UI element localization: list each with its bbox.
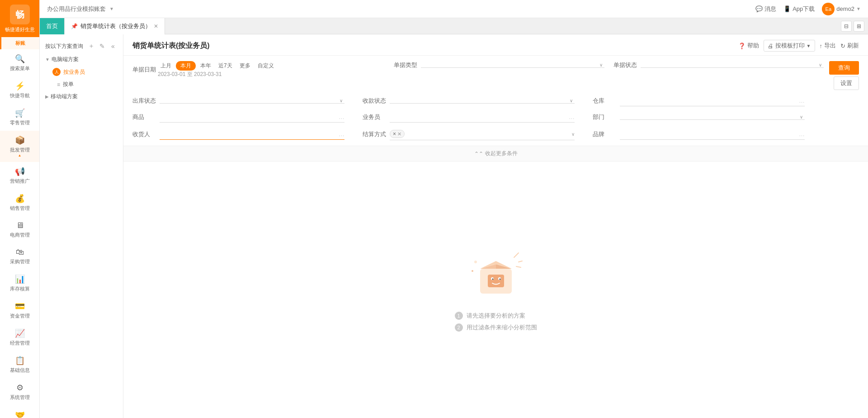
- dept-control[interactable]: ∨: [620, 114, 805, 120]
- collapse-label: 收起更多条件: [485, 150, 518, 157]
- logo-text: 畅捷通好生意: [5, 26, 35, 33]
- doc-type-control[interactable]: ∨: [421, 62, 604, 68]
- empty-steps: 1 请先选择要分析的方案 2 用过滤条件来缩小分析范围: [455, 312, 537, 332]
- export-btn[interactable]: ↑ 导出: [820, 42, 836, 50]
- date-filter-group: 单据日期 上月 本月 本年 近7天 更多 自定义 2023-03-01 至 20…: [132, 61, 385, 78]
- date-btn-this-year[interactable]: 本年: [198, 61, 214, 71]
- scheme-item-by-staff[interactable]: 人 按业务员: [40, 66, 123, 78]
- sidebar-item-finance[interactable]: 💳 资金管理: [0, 297, 39, 324]
- print-btn[interactable]: 🖨 按模板打印 ▼: [764, 40, 815, 52]
- logo-icon: 畅: [10, 5, 30, 24]
- action-buttons: 查询 设置: [824, 61, 859, 90]
- tab-minimize-btn[interactable]: ⊟: [841, 21, 852, 32]
- sidebar-item-ecommerce[interactable]: 🖥 电商管理: [0, 216, 39, 243]
- settlement-tag-value: ×: [393, 131, 396, 137]
- sidebar-item-shortcut[interactable]: ⚡ 快捷导航: [0, 76, 39, 104]
- sidebar-ecommerce-label: 电商管理: [10, 232, 30, 238]
- sidebar-item-sales[interactable]: 💰 销售管理: [0, 189, 39, 216]
- filter-row-2: 出库状态 ∨ 收款状态 ∨: [132, 95, 859, 106]
- export-label: 导出: [824, 42, 836, 50]
- sidebar-item-marketing[interactable]: 📢 营销推广: [0, 162, 39, 189]
- staff-filter: 业务员 …: [363, 112, 575, 123]
- pc-group-header[interactable]: ▼ 电脑端方案: [40, 53, 123, 66]
- scheme-item-by-order[interactable]: ≡ 按单: [40, 78, 123, 90]
- date-range-display: 2023-03-01 至 2023-03-31: [158, 71, 277, 78]
- date-btn-last-7-days[interactable]: 近7天: [216, 61, 235, 71]
- edit-scheme-btn[interactable]: ✎: [98, 42, 107, 51]
- sidebar-sales-label: 销售管理: [10, 205, 30, 212]
- by-order-label: 按单: [63, 81, 74, 88]
- date-btn-this-month[interactable]: 本月: [176, 61, 196, 71]
- brand-control[interactable]: …: [620, 129, 805, 140]
- sidebar-item-purchase[interactable]: 🛍 采购管理: [0, 243, 39, 270]
- basic-icon: 📋: [15, 356, 25, 366]
- settlement-remove-btn[interactable]: ✕: [397, 131, 401, 137]
- consignee-control[interactable]: …: [160, 129, 344, 140]
- user-avatar: Ea: [822, 3, 835, 15]
- step-1-text: 请先选择要分析的方案: [467, 312, 525, 320]
- setting-button[interactable]: 设置: [834, 76, 859, 90]
- warehouse-control[interactable]: …: [620, 95, 805, 106]
- sidebar-item-inventory[interactable]: 📊 库存核算: [0, 270, 39, 297]
- sidebar-logo[interactable]: 畅 畅捷通好生意: [0, 0, 39, 37]
- step-2-text: 用过滤条件来缩小分析范围: [467, 323, 537, 332]
- tab-maximize-btn[interactable]: ⊞: [854, 21, 864, 32]
- product-more[interactable]: …: [339, 114, 344, 120]
- product-filter: 商品 …: [132, 112, 344, 123]
- mobile-group-arrow: ▶: [45, 94, 49, 99]
- date-btn-more[interactable]: 更多: [237, 61, 253, 71]
- warehouse-more[interactable]: …: [799, 97, 805, 104]
- doc-type-arrow: ∨: [599, 62, 603, 67]
- sidebar-item-operation[interactable]: 📈 经营管理: [0, 324, 39, 351]
- warehouse-label: 仓库: [593, 97, 620, 105]
- staff-control[interactable]: …: [390, 112, 575, 123]
- doc-status-control[interactable]: ∨: [641, 62, 824, 68]
- product-control[interactable]: …: [160, 112, 344, 123]
- query-button[interactable]: 查询: [829, 61, 859, 75]
- collapse-conditions-btn[interactable]: ⌃⌃ 收起更多条件: [474, 150, 518, 157]
- collapse-panel-btn[interactable]: «: [108, 42, 118, 51]
- account-selector[interactable]: 办公用品行业模拟账套: [47, 5, 106, 13]
- mobile-group-header[interactable]: ▶ 移动端方案: [40, 90, 123, 103]
- top-header: 办公用品行业模拟账套 ▼ 💬 消息 📱 App下载 Ea demo2 ▼: [40, 0, 868, 18]
- sidebar-inventory-label: 库存核算: [10, 285, 30, 292]
- add-scheme-btn[interactable]: ＋: [87, 42, 96, 51]
- filter-area: 单据日期 上月 本月 本年 近7天 更多 自定义 2023-03-01 至 20…: [123, 56, 868, 146]
- date-quick-btns: 上月 本月 本年 近7天 更多 自定义: [158, 61, 277, 71]
- sidebar-item-system[interactable]: ⚙ 系统管理: [0, 378, 39, 405]
- date-btn-last-month[interactable]: 上月: [158, 61, 174, 71]
- message-btn[interactable]: 💬 消息: [755, 5, 776, 13]
- pin-icon: 📌: [71, 23, 78, 29]
- tab-sales-stat[interactable]: 📌 销货单统计表（按业务员） ✕: [65, 18, 165, 34]
- refresh-btn[interactable]: ↻ 刷新: [840, 42, 859, 50]
- warehouse-filter: 仓库 …: [593, 95, 805, 106]
- sidebar-search-label: 搜索菜单: [10, 65, 30, 72]
- page-header-actions: ❓ 帮助 🖨 按模板打印 ▼ ↑ 导出 ↻ 刷新: [738, 40, 859, 52]
- user-menu[interactable]: Ea demo2 ▼: [822, 3, 861, 15]
- sidebar-item-basic[interactable]: 📋 基础信息: [0, 351, 39, 378]
- app-download-btn[interactable]: 📱 App下载: [783, 5, 815, 13]
- sidebar-item-enterprise[interactable]: 🤝 企业协同: [0, 405, 39, 418]
- sidebar-tab-label[interactable]: 标账: [0, 37, 39, 49]
- tab-home[interactable]: 首页: [40, 18, 65, 34]
- app-download-label: App下载: [793, 5, 815, 13]
- page-title: 销货单统计表(按业务员): [132, 41, 210, 51]
- svg-line-9: [514, 253, 519, 257]
- payment-status-control[interactable]: ∨: [390, 98, 575, 104]
- user-dropdown-icon: ▼: [856, 6, 861, 11]
- content-area: 按以下方案查询 ＋ ✎ « ▼ 电脑端方案 人 按业务员 ≡: [40, 34, 868, 418]
- staff-more[interactable]: …: [569, 114, 575, 120]
- date-btn-custom[interactable]: 自定义: [255, 61, 277, 71]
- doc-type-filter: 单据类型 ∨: [394, 61, 604, 69]
- help-btn[interactable]: ❓ 帮助: [738, 42, 759, 50]
- dropdown-icon[interactable]: ▼: [109, 6, 114, 11]
- settlement-control[interactable]: × ✕ ∨: [390, 128, 575, 140]
- brand-more[interactable]: …: [799, 131, 805, 138]
- out-status-arrow: ∨: [340, 98, 343, 103]
- consignee-more[interactable]: …: [339, 131, 344, 138]
- sidebar-item-search[interactable]: 🔍 搜索菜单: [0, 49, 39, 76]
- tab-close-btn[interactable]: ✕: [154, 23, 158, 29]
- sidebar-item-wholesale[interactable]: 📦 批发管理 ▲: [0, 131, 39, 162]
- sidebar-item-retail[interactable]: 🛒 零售管理: [0, 104, 39, 131]
- out-status-control[interactable]: ∨: [160, 98, 344, 104]
